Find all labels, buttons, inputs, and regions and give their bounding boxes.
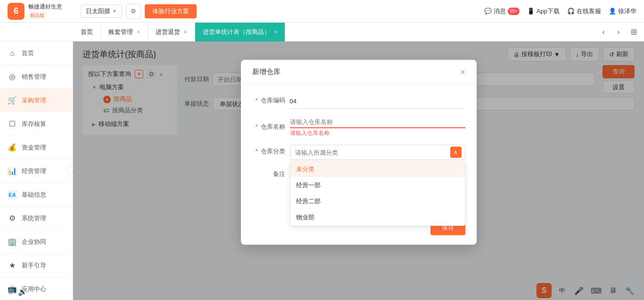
trial-button[interactable]: 体验行业方案 <box>145 4 197 18</box>
logo-title: 畅捷通好生意 <box>28 3 62 11</box>
headset-icon: 🎧 <box>567 8 575 15</box>
dialog-close-button[interactable]: × <box>460 67 465 76</box>
sidebar-label-basic: 基础信息 <box>22 191 46 199</box>
required-mark: * <box>256 97 258 104</box>
name-label: * 仓库名称 <box>252 120 290 133</box>
top-header: 6 畅捷通好生意 精品版 日太阳膜 ▼ ⚙ 体验行业方案 💬 消息 99+ 📱 … <box>0 0 644 23</box>
tab-bar: 首页 账套管理 × 进货退货 × 进货单统计表（按商品） × ‹ › ⊞ <box>0 23 644 42</box>
tab-stats-close[interactable]: × <box>274 29 277 35</box>
tab-account-close[interactable]: × <box>137 29 140 35</box>
main-layout: ⌂ 首页 ◎ 销售管理 🛒 采购管理 ☐ 库存核算 💰 资金管理 📊 经营管理 … <box>0 42 644 300</box>
tab-more-button[interactable]: ⊞ <box>627 25 640 39</box>
enterprise-icon: 🏢 <box>8 237 17 247</box>
required-mark-2: * <box>256 123 258 130</box>
category-label: * 仓库分类 <box>252 145 290 158</box>
online-service-button[interactable]: 🎧 在线客服 <box>567 7 601 16</box>
tab-prev-button[interactable]: ‹ <box>597 25 610 39</box>
sidebar-label-enterprise: 企业协同 <box>22 238 46 246</box>
dropdown-item-property[interactable]: 物业部 <box>290 209 465 225</box>
code-input[interactable] <box>290 94 465 109</box>
user-menu-button[interactable]: 👤 徐泽华 <box>609 7 636 16</box>
operations-icon: 📊 <box>8 167 17 176</box>
sidebar-label-operations: 经营管理 <box>22 167 46 175</box>
message-icon: 💬 <box>484 8 492 15</box>
gear-icon: ⚙ <box>131 8 136 15</box>
tab-account[interactable]: 账套管理 × <box>101 23 148 42</box>
logo-area: 6 畅捷通好生意 精品版 <box>8 3 81 20</box>
note-label: 备注 <box>252 167 290 181</box>
sidebar-label-inventory: 库存核算 <box>22 120 46 128</box>
name-field-row: * 仓库名称 请输入仓库名称 <box>252 117 465 137</box>
dropdown-item-unclassified[interactable]: 未分类 <box>290 161 465 177</box>
message-button[interactable]: 💬 消息 99+ <box>484 7 519 16</box>
tab-returns[interactable]: 进货退货 × <box>148 23 195 42</box>
dropdown-item-ops1[interactable]: 经营一部 <box>290 177 465 193</box>
sidebar-item-enterprise[interactable]: 🏢 企业协同 <box>0 230 73 254</box>
sidebar-item-guide[interactable]: ★ 新手引导 <box>0 254 73 277</box>
sidebar-item-home[interactable]: ⌂ 首页 <box>0 42 73 65</box>
online-service-label: 在线客服 <box>577 7 601 16</box>
logo-text-area: 畅捷通好生意 精品版 <box>28 3 62 19</box>
sidebar-label-sales: 销售管理 <box>22 73 46 81</box>
app-download-button[interactable]: 📱 App下载 <box>527 7 560 16</box>
phone-icon: 📱 <box>527 8 535 15</box>
category-input[interactable] <box>290 145 465 160</box>
settings-button[interactable]: ⚙ <box>126 4 141 19</box>
tab-stats-label: 进货单统计表（按商品） <box>203 28 270 36</box>
category-select-wrap: ∧ 未分类 经营一部 经营二部 物业部 <box>290 145 465 160</box>
guide-icon: ★ <box>8 261 17 270</box>
sales-icon: ◎ <box>8 72 17 82</box>
purchase-icon: 🛒 <box>8 96 17 105</box>
sidebar-item-inventory[interactable]: ☐ 库存核算 <box>0 112 73 136</box>
system-icon: ⚙ <box>8 214 17 223</box>
tab-account-label: 账套管理 <box>108 28 133 36</box>
tab-home[interactable]: 首页 <box>73 23 101 42</box>
finance-icon: 💰 <box>8 143 17 152</box>
sidebar-item-sales[interactable]: ◎ 销售管理 <box>0 65 73 89</box>
basic-icon: EA <box>8 190 17 200</box>
sidebar: ⌂ 首页 ◎ 销售管理 🛒 采购管理 ☐ 库存核算 💰 资金管理 📊 经营管理 … <box>0 42 73 300</box>
sidebar-item-finance[interactable]: 💰 资金管理 <box>0 136 73 159</box>
logo-sub: 精品版 <box>28 12 46 19</box>
dialog-header: 新增仓库 × <box>241 60 477 84</box>
user-name: 徐泽华 <box>618 7 636 16</box>
code-label: * 仓库编码 <box>252 94 290 107</box>
tab-home-label: 首页 <box>81 28 93 36</box>
message-label: 消息 <box>494 7 506 16</box>
category-dropdown-list: 未分类 经营一部 经营二部 物业部 <box>290 161 465 226</box>
required-mark-3: * <box>256 148 258 155</box>
category-field: * 仓库分类 ∧ 未分类 经营一部 经营二部 物业部 <box>252 145 465 160</box>
message-badge: 99+ <box>508 8 519 15</box>
sidebar-label-home: 首页 <box>22 49 34 58</box>
chevron-down-icon: ▼ <box>112 8 117 14</box>
dialog-body: * 仓库编码 * 仓库名称 请输入仓库名称 <box>241 84 477 215</box>
sidebar-item-operations[interactable]: 📊 经营管理 <box>0 159 73 183</box>
settings-bottom-icon[interactable]: ⚙ <box>8 287 14 296</box>
logo-icon: 6 <box>8 3 25 20</box>
content-area: 进货单统计(按商品) 🖨 按模板打印 ▼ ↓ 导出 ↺ 刷新 <box>73 42 644 300</box>
sidebar-item-system[interactable]: ⚙ 系统管理 <box>0 207 73 230</box>
dropdown-item-ops2[interactable]: 经营二部 <box>290 193 465 209</box>
sidebar-item-basic[interactable]: EA 基础信息 <box>0 183 73 207</box>
tab-returns-close[interactable]: × <box>184 29 187 35</box>
name-input[interactable] <box>290 117 465 128</box>
header-right: 💬 消息 99+ 📱 App下载 🎧 在线客服 👤 徐泽华 <box>484 7 636 16</box>
name-field: * 仓库名称 请输入仓库名称 <box>252 117 465 137</box>
volume-icon[interactable]: 🔊 <box>18 287 27 296</box>
store-selector[interactable]: 日太阳膜 ▼ <box>81 5 122 18</box>
app-download-label: App下载 <box>537 7 560 16</box>
tab-next-button[interactable]: › <box>612 25 625 39</box>
sidebar-label-guide: 新手引导 <box>22 261 46 270</box>
user-avatar: 👤 <box>609 8 616 15</box>
sidebar-bottom: ⚙ 🔊 <box>0 283 73 300</box>
tab-returns-label: 进货退货 <box>156 28 180 36</box>
store-name: 日太阳膜 <box>86 7 110 16</box>
header-center: 日太阳膜 ▼ ⚙ 体验行业方案 <box>81 4 484 19</box>
inventory-icon: ☐ <box>8 119 17 129</box>
category-dropdown-button[interactable]: ∧ <box>450 147 462 158</box>
sidebar-label-finance: 资金管理 <box>22 143 46 152</box>
tab-stats[interactable]: 进货单统计表（按商品） × <box>195 23 285 42</box>
tab-bar-actions: ‹ › ⊞ <box>597 25 644 39</box>
sidebar-item-purchase[interactable]: 🛒 采购管理 <box>0 89 73 112</box>
name-error-msg: 请输入仓库名称 <box>290 129 465 137</box>
